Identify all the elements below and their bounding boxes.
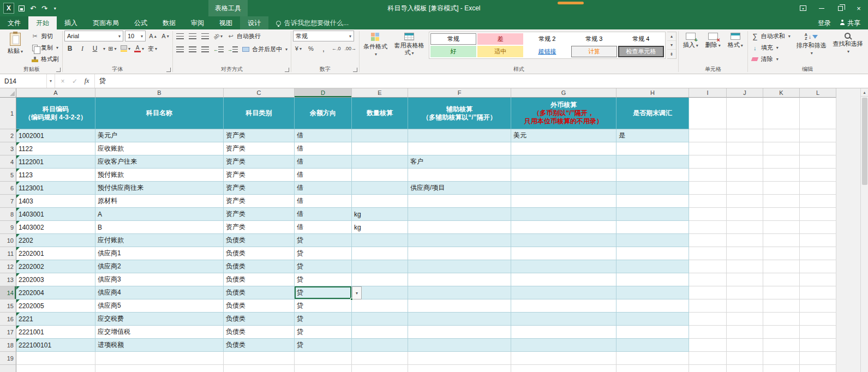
decrease-indent-button[interactable]: ← [212,44,225,55]
column-header-G[interactable]: G [511,88,616,98]
tab-page-layout[interactable]: 页面布局 [85,16,127,29]
cell-D7[interactable]: 借 [295,195,352,208]
cell-K15[interactable] [763,299,800,313]
cell-E11[interactable] [352,247,408,260]
cell-E19[interactable] [352,352,408,365]
cell-L12[interactable] [800,260,836,273]
cell-D9[interactable]: 借 [295,221,352,234]
cell-Gx[interactable] [511,365,616,372]
cell-C15[interactable]: 负债类 [224,299,295,313]
cell-B13[interactable]: 供应商3 [95,273,224,286]
row-header-18[interactable]: 18 [0,339,16,352]
cell-E6[interactable] [352,182,408,195]
decrease-decimal-button[interactable]: .00→ [343,43,357,54]
gallery-scroll-up[interactable]: ▴ [667,32,676,41]
cell-G13[interactable] [511,273,616,286]
cell-K13[interactable] [763,273,800,286]
scrollbar-thumb[interactable] [862,98,867,185]
cell-D6[interactable]: 借 [295,182,352,195]
cell-G16[interactable] [511,313,616,326]
cut-button[interactable]: ✂剪切 [29,31,61,42]
cell-B10[interactable]: 应付账款 [95,234,224,247]
save-icon[interactable] [19,5,25,11]
cell-G10[interactable] [511,234,616,247]
comma-style-button[interactable]: , [318,43,329,54]
cell-A2[interactable]: 1002001 [16,129,95,142]
row-header-5[interactable]: 5 [0,169,16,182]
cell-E18[interactable] [352,339,408,352]
cell-I10[interactable] [689,234,727,247]
cell-F7[interactable] [408,195,511,208]
format-cells-button[interactable]: 格式▾ [725,31,746,64]
cell-I15[interactable] [689,299,727,313]
cell-A11[interactable]: 2202001 [16,247,95,260]
copy-button[interactable]: 复制▾ [29,42,61,53]
cell-B7[interactable]: 原材料 [95,195,224,208]
cell-E13[interactable] [352,273,408,286]
cell-F19[interactable] [408,352,511,365]
confirm-entry-button[interactable]: ✓ [69,75,80,87]
column-header-J[interactable]: J [727,88,763,98]
minimize-button[interactable] [812,0,831,16]
cell-L13[interactable] [800,273,836,286]
cell-B8[interactable]: A [95,208,224,221]
decrease-font-button[interactable]: A▾ [160,31,171,41]
cell-K8[interactable] [763,208,800,221]
borders-button[interactable]: ⊞▾ [107,43,118,54]
cell-Bx[interactable] [95,365,224,372]
cell-D18[interactable]: 贷 [295,339,352,352]
cell-K12[interactable] [763,260,800,273]
font-dialog-launcher[interactable] [166,68,171,72]
cell-E4[interactable] [352,155,408,169]
cell-I3[interactable] [689,142,727,155]
cell-F2[interactable] [408,129,511,142]
cell-style-hyperlink[interactable]: 超链接 [524,46,570,57]
cell-L2[interactable] [800,129,836,142]
cell-D10[interactable]: 贷 [295,234,352,247]
cell-C14[interactable]: 负债类 [224,286,295,299]
font-size-combo[interactable]: 10▾ [125,31,146,41]
cell-J15[interactable] [727,299,763,313]
column-header-I[interactable]: I [689,88,727,98]
cell-F16[interactable] [408,313,511,326]
cell-J2[interactable] [727,129,763,142]
cell-A6[interactable]: 1123001 [16,182,95,195]
cell-K10[interactable] [763,234,800,247]
cell-J12[interactable] [727,260,763,273]
bold-button[interactable]: B [64,43,75,54]
cell-A15[interactable]: 2202005 [16,299,95,313]
sign-in-button[interactable]: 登录 [818,19,831,28]
cell-style-check-cell[interactable]: 检查单元格 [618,46,664,57]
column-header-A[interactable]: A [16,88,95,98]
column-header-B[interactable]: B [95,88,224,98]
row-header-10[interactable]: 10 [0,234,16,247]
cell-H11[interactable] [616,247,689,260]
cell-K1[interactable] [763,98,800,129]
cell-K14[interactable] [763,286,800,299]
align-middle-button[interactable] [187,31,198,42]
cell-D8[interactable]: 借 [295,208,352,221]
cell-I9[interactable] [689,221,727,234]
cell-style-normal-2[interactable]: 常规 2 [524,33,570,45]
align-center-button[interactable] [187,44,198,55]
cell-L17[interactable] [800,326,836,339]
gallery-more-button[interactable]: ⇟ [667,50,676,58]
gallery-scroll-down[interactable]: ▾ [667,41,676,50]
conditional-formatting-button[interactable]: 条件格式▾ [361,31,390,64]
italic-button[interactable]: I [77,43,88,54]
cell-A13[interactable]: 2202003 [16,273,95,286]
cell-H14[interactable] [616,286,689,299]
phonetic-guide-button[interactable]: 变▾ [147,43,158,54]
cell-D15[interactable]: 贷 [295,299,352,313]
cell-G4[interactable] [511,155,616,169]
cell-F17[interactable] [408,326,511,339]
name-box-dropdown-icon[interactable]: ▾ [47,74,55,88]
redo-button[interactable]: ↷ [41,4,47,13]
cell-I7[interactable] [689,195,727,208]
cell-style-normal-4[interactable]: 常规 4 [618,33,664,45]
cell-L8[interactable] [800,208,836,221]
cell-D3[interactable]: 借 [295,142,352,155]
find-select-button[interactable]: 查找和选择▾ [830,31,865,64]
cell-H17[interactable] [616,326,689,339]
cell-style-good[interactable]: 好 [430,46,476,57]
